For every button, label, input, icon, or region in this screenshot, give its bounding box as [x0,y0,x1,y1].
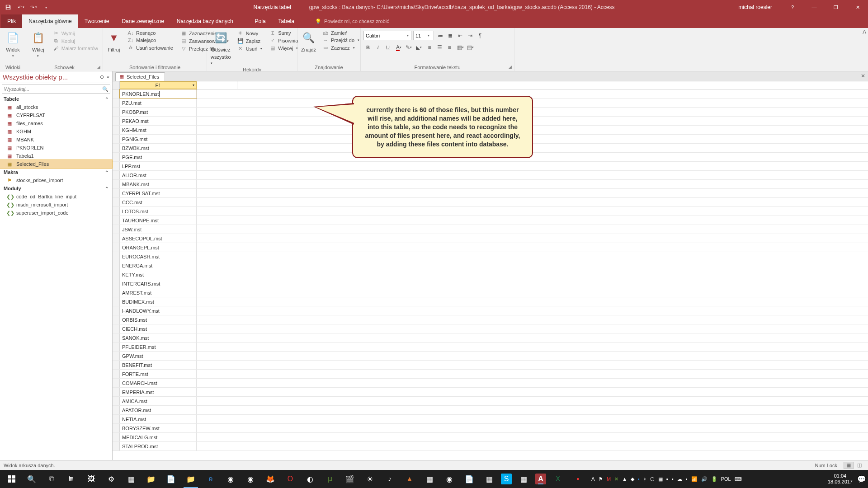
design-view-switch[interactable]: ◫ [854,462,864,469]
table-row[interactable]: BUDIMEX.mst [113,297,868,306]
cell[interactable]: KETY.mst [120,270,197,279]
nav-search[interactable]: 🔍 [2,84,110,94]
row-selector[interactable] [113,216,120,225]
datasheet-grid[interactable]: F1▾ PKNORLEN.mstPZU.mstPKOBP.mstPEKAO.ms… [113,81,868,465]
search-icon[interactable]: 🔍 [101,86,110,92]
tray-icon[interactable]: ▦ [658,476,663,482]
cell[interactable]: MEDICALG.mst [120,433,197,441]
nav-item[interactable]: ▦MBANK [0,136,112,144]
pdf-icon[interactable]: ▪ [568,470,588,488]
app-icon-10[interactable]: 📄 [459,470,479,488]
row-selector[interactable] [113,333,120,342]
table-row[interactable]: BENEFIT.mst [113,361,868,370]
row-selector[interactable] [113,126,120,134]
row-selector[interactable] [113,270,120,279]
tray-icon[interactable]: M [607,476,611,482]
spelling-button[interactable]: ✓Pisownia [268,37,300,44]
sort-desc-button[interactable]: Z↓Malejąco [126,37,175,43]
minimize-button[interactable]: — [804,0,825,14]
row-selector[interactable] [113,306,120,315]
cell[interactable]: AMREST.mst [120,288,197,297]
font-name-combo[interactable]: ▾ [363,31,411,40]
tray-icon[interactable]: ✕ [614,476,618,482]
nav-group-header[interactable]: Makra⌃ [0,168,112,176]
filter-button[interactable]: ▼Filtruj [106,30,122,53]
tray-chevron-icon[interactable]: ᐱ [591,476,595,482]
battery-icon[interactable]: 🔋 [711,476,717,482]
table-row[interactable]: AMREST.mst [113,288,868,297]
taskbar-clock[interactable]: 01:04 18.06.2017 [823,473,857,484]
cell[interactable]: CIECH.mst [120,324,197,333]
utorrent-icon[interactable]: µ [320,470,340,488]
text-dialog-launcher[interactable]: ◢ [507,64,513,70]
delete-record-button[interactable]: ✕Usuń▾ [236,45,264,52]
close-button[interactable]: ✕ [847,0,868,14]
cell[interactable]: APATOR.mst [120,406,197,414]
more-button[interactable]: ▤Więcej▾ [268,45,300,52]
table-row[interactable]: ORBIS.mst [113,315,868,324]
row-selector[interactable] [113,279,120,288]
row-selector[interactable] [113,261,120,270]
help-button[interactable]: ? [782,0,803,14]
table-row[interactable]: STALPROD.mst [113,442,868,451]
row-selector[interactable] [113,198,120,206]
table-row[interactable]: AMICA.mst [113,397,868,406]
row-selector[interactable] [113,288,120,297]
table-row[interactable]: ENERGA.mst [113,261,868,270]
volume-icon[interactable]: 🔊 [701,476,708,482]
cell[interactable]: HANDLOWY.mst [120,306,197,315]
document-tab[interactable]: ▦ Selected_Files [115,72,165,81]
tab-home[interactable]: Narzędzia główne [22,14,78,28]
tab-file[interactable]: Plik [1,14,22,28]
app-icon-3[interactable]: 📄 [161,470,181,488]
row-selector[interactable] [113,315,120,324]
cell[interactable]: PKOBP.mst [120,108,197,116]
table-row[interactable]: MEDICALG.mst [113,433,868,442]
cell[interactable]: ORBIS.mst [120,315,197,324]
nav-item[interactable]: ▦PKNORLEN [0,144,112,152]
nav-item[interactable]: ❮❯msdn_microsoft_import [0,201,112,209]
row-selector[interactable] [113,370,120,378]
network-icon[interactable]: 📶 [691,476,698,482]
cell[interactable]: ASSECOPOL.mst [120,234,197,243]
tab-create[interactable]: Tworzenie [78,14,116,28]
alternate-row-color-icon[interactable]: ▤▾ [466,43,475,52]
nav-group-header[interactable]: Moduły⌃ [0,184,112,192]
datasheet-view-switch[interactable]: ▦ [844,462,854,469]
tray-icon[interactable]: ▪ [672,476,674,482]
column-header[interactable]: F1▾ [120,81,197,89]
nav-collapse-icon[interactable]: « [107,74,109,80]
app-icon-12[interactable]: ▦ [514,470,533,488]
nav-search-input[interactable] [2,86,101,92]
collapse-ribbon-icon[interactable]: ᐱ [863,29,866,35]
nav-item[interactable]: ❮❯superuser_import_code [0,209,112,217]
tray-icon[interactable]: ⚑ [599,476,603,482]
table-row[interactable]: FORTE.mst [113,370,868,379]
row-selector[interactable] [113,225,120,234]
font-size-combo[interactable]: ▾ [413,31,434,40]
file-explorer-icon[interactable]: 📁 [181,470,201,488]
tell-me-search[interactable]: 💡Powiedz mi, co chcesz zrobić [309,14,396,28]
cell[interactable]: PGNIG.mst [120,135,197,143]
cell[interactable]: PFLEIDER.mst [120,343,197,351]
row-selector[interactable] [113,442,120,450]
table-row[interactable]: PFLEIDER.mst [113,343,868,352]
table-row[interactable]: INTERCARS.mst [113,279,868,288]
cell[interactable]: SANOK.mst [120,333,197,342]
row-selector[interactable] [113,433,120,441]
bullets-icon[interactable]: ≔ [436,31,445,40]
row-selector[interactable] [113,180,120,188]
row-selector[interactable] [113,297,120,306]
app-icon-5[interactable]: ☀ [360,470,380,488]
row-selector[interactable] [113,352,120,360]
table-row[interactable]: CYFRPLSAT.mst [113,189,868,198]
table-row[interactable]: COMARCH.mst [113,379,868,388]
copy-button[interactable]: ⧉Kopiuj [51,38,100,44]
row-selector[interactable] [113,99,120,107]
table-row[interactable]: MBANK.mst [113,180,868,189]
table-row[interactable]: LOTOS.mst [113,207,868,216]
bold-icon[interactable]: B [363,43,373,52]
undo-icon[interactable]: ↶▾ [15,2,26,13]
opera-icon[interactable]: O [280,470,300,488]
nav-item[interactable]: ▦Selected_Files [0,160,112,168]
